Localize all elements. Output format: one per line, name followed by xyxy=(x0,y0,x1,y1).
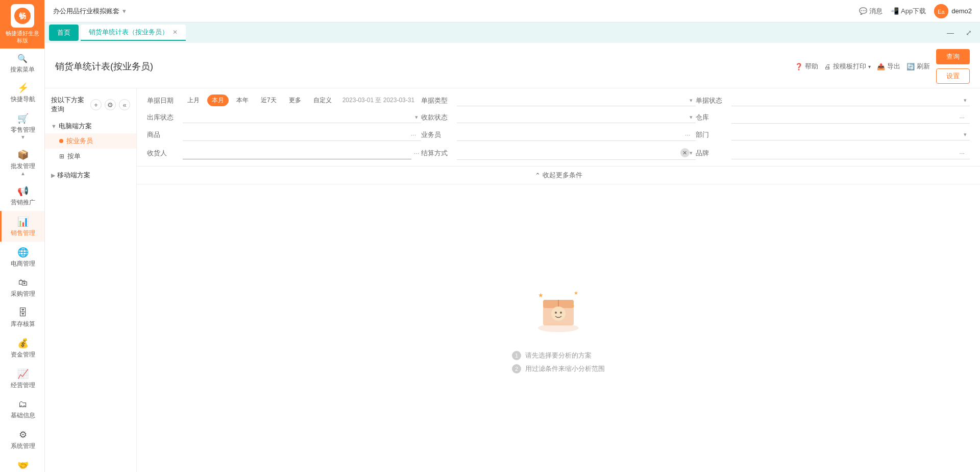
right-panel: 单据日期 上月 本月 本年 近7天 更多 自定义 20 xyxy=(137,88,980,472)
filter-row-2: 出库状态 ▾ 收款状态 ▾ 仓库 xyxy=(147,111,970,124)
sidebar-item-sales[interactable]: 📊 销售管理 xyxy=(0,211,44,242)
logo-icon: 畅 xyxy=(11,4,34,28)
tab-minimize-btn[interactable]: — xyxy=(943,26,958,40)
filter-receiver-input[interactable] xyxy=(183,147,411,159)
filter-docstatus-field: 单据状态 ▾ xyxy=(696,95,970,106)
tree-parent-mobile[interactable]: ▶ 移动端方案 xyxy=(45,168,136,182)
refresh-btn[interactable]: 🔄 刷新 xyxy=(906,62,930,71)
system-icon: ⚙ xyxy=(19,429,27,440)
svg-point-8 xyxy=(551,306,566,321)
empty-step-2: 2 用过滤条件来缩小分析范围 xyxy=(512,364,605,373)
topbar-username: demo2 xyxy=(951,7,972,15)
filter-date-field: 单据日期 上月 本月 本年 近7天 更多 自定义 20 xyxy=(147,95,421,106)
app-download-icon: 📲 xyxy=(891,7,899,15)
lp-settings-btn[interactable]: ⚙ xyxy=(105,99,116,110)
filter-receiver-label: 收货人 xyxy=(147,149,183,158)
sidebar-item-ecommerce-label: 电商管理 xyxy=(11,259,35,268)
svg-text:★: ★ xyxy=(574,290,578,296)
topbar-right: 💬 消息 📲 App下载 Ea demo2 xyxy=(859,4,972,18)
warehouse-dots[interactable]: ··· xyxy=(957,113,967,121)
filter-salesperson-label: 业务员 xyxy=(421,130,457,139)
sidebar-item-retail[interactable]: 🛒 零售管理 ▼ xyxy=(0,108,44,144)
filter-settlement-select[interactable]: ✕ ▾ xyxy=(457,146,695,160)
filter-salesperson-select[interactable]: ··· xyxy=(457,129,695,141)
tab-sales-stat-label: 销货单统计表（按业务员） xyxy=(89,28,168,37)
svg-text:★: ★ xyxy=(538,292,544,299)
lp-add-btn[interactable]: + xyxy=(90,99,102,110)
tab-close-icon[interactable]: ✕ xyxy=(173,29,178,36)
tree-toggle-desktop: ▼ xyxy=(51,123,57,129)
topbar-app-btn[interactable]: 📲 App下载 xyxy=(891,7,926,16)
filter-dept-field: 部门 ▾ xyxy=(696,129,970,140)
tab-maximize-btn[interactable]: ⤢ xyxy=(962,26,976,40)
filter-warehouse-select[interactable]: ··· xyxy=(731,111,970,124)
tree-parent-desktop[interactable]: ▼ 电脑端方案 xyxy=(45,119,136,133)
sidebar-item-ecommerce[interactable]: 🌐 电商管理 xyxy=(0,242,44,272)
topbar-message-btn[interactable]: 💬 消息 xyxy=(859,7,883,16)
filter-outstatus-select[interactable]: ▾ xyxy=(183,112,421,123)
tree-child-salesperson[interactable]: 按业务员 xyxy=(45,133,136,149)
help-label: 帮助 xyxy=(805,62,818,71)
sidebar-search[interactable]: 🔍 搜索菜单 xyxy=(10,49,35,77)
tree-toggle-mobile: ▶ xyxy=(51,172,55,179)
empty-step-1: 1 请先选择要分析的方案 xyxy=(512,351,605,360)
query-button[interactable]: 查询 xyxy=(936,49,970,64)
outstatus-chevron-icon: ▾ xyxy=(415,114,418,121)
sidebar-item-base[interactable]: 🗂 基础信息 xyxy=(0,394,44,424)
filter-row-3: 商品 ··· 业务员 ··· xyxy=(147,129,970,141)
tab-home[interactable]: 首页 xyxy=(49,25,79,41)
sidebar-item-system[interactable]: ⚙ 系统管理 xyxy=(0,424,44,455)
date-btn-7days[interactable]: 近7天 xyxy=(256,95,281,106)
sidebar: 畅 畅捷通好生意 标版 🔍 搜索菜单 ⚡ 快捷导航 🛒 零售管理 ▼ 📦 批发管… xyxy=(0,0,45,472)
collapse-button[interactable]: ⌃ 收起更多条件 xyxy=(535,171,582,180)
sidebar-item-cooperation[interactable]: 🤝 企业协同 xyxy=(0,455,44,472)
topbar-user[interactable]: Ea demo2 xyxy=(934,4,972,18)
empty-state: ★ ★ ★ 1 请先选择要分析的方案 2 用过滤条件来缩小分析范围 xyxy=(137,184,980,472)
date-btn-custom[interactable]: 自定义 xyxy=(309,95,336,106)
sidebar-logo[interactable]: 畅 畅捷通好生意 标版 xyxy=(0,0,44,49)
sidebar-item-marketing[interactable]: 📢 营销推广 xyxy=(0,180,44,211)
filter-outstatus-field: 出库状态 ▾ xyxy=(147,112,421,123)
print-btn[interactable]: 🖨 按模板打印 ▾ xyxy=(824,62,871,71)
purchase-icon: 🛍 xyxy=(18,277,28,288)
step-num-2: 2 xyxy=(512,364,521,373)
sidebar-item-inventory[interactable]: 🗄 库存核算 xyxy=(0,302,44,333)
date-btn-more[interactable]: 更多 xyxy=(284,95,306,106)
lp-collapse-btn[interactable]: « xyxy=(119,99,130,110)
filter-brand-select[interactable]: ··· xyxy=(731,147,970,159)
export-btn[interactable]: 📤 导出 xyxy=(877,62,900,71)
tab-home-label: 首页 xyxy=(57,28,70,37)
sidebar-item-shortcut[interactable]: ⚡ 快捷导航 xyxy=(0,77,44,108)
sidebar-item-shortcut-label: 快捷导航 xyxy=(11,95,35,104)
wholesale-icon: 📦 xyxy=(17,149,29,160)
tab-sales-stat[interactable]: 销货单统计表（按业务员） ✕ xyxy=(81,25,186,41)
marketing-icon: 📢 xyxy=(17,185,29,197)
page-header: 销货单统计表(按业务员) ❓ 帮助 🖨 按模板打印 ▾ 📤 导出 🔄 刷新 xyxy=(45,43,980,88)
empty-illustration: ★ ★ ★ xyxy=(528,279,589,341)
sidebar-item-operations[interactable]: 📈 经营管理 xyxy=(0,363,44,394)
help-btn[interactable]: ❓ 帮助 xyxy=(795,62,818,71)
filter-outstatus-label: 出库状态 xyxy=(147,113,183,122)
date-btn-this-year[interactable]: 本年 xyxy=(232,95,253,106)
brand-dots[interactable]: ··· xyxy=(957,149,967,157)
settlement-clear-btn[interactable]: ✕ xyxy=(680,148,690,157)
receiver-dots[interactable]: ··· xyxy=(411,149,421,157)
sidebar-item-purchase[interactable]: 🛍 采购管理 xyxy=(0,272,44,302)
goods-dots[interactable]: ··· xyxy=(408,131,418,138)
settings-button[interactable]: 设置 xyxy=(936,68,970,84)
sidebar-item-finance[interactable]: 💰 资金管理 xyxy=(0,333,44,363)
filter-doctype-select[interactable]: ▾ xyxy=(457,95,695,106)
tree-child-order[interactable]: ⊞ 按单 xyxy=(45,149,136,164)
date-btn-last-month[interactable]: 上月 xyxy=(183,95,204,106)
filter-payment-select[interactable]: ▾ xyxy=(457,112,695,123)
date-btn-this-month[interactable]: 本月 xyxy=(207,95,229,106)
filter-goods-select[interactable]: ··· xyxy=(183,129,421,141)
filter-settlement-field: 结算方式 ✕ ▾ xyxy=(421,146,695,160)
salesperson-dots[interactable]: ··· xyxy=(683,131,693,138)
sidebar-item-wholesale[interactable]: 📦 批发管理 ▲ xyxy=(0,144,44,180)
filter-doctype-label: 单据类型 xyxy=(421,96,457,105)
active-dot xyxy=(59,139,63,143)
filter-dept-select[interactable]: ▾ xyxy=(731,129,970,140)
filter-docstatus-select[interactable]: ▾ xyxy=(731,95,970,106)
topbar-dropdown-icon[interactable]: ▾ xyxy=(122,7,126,15)
